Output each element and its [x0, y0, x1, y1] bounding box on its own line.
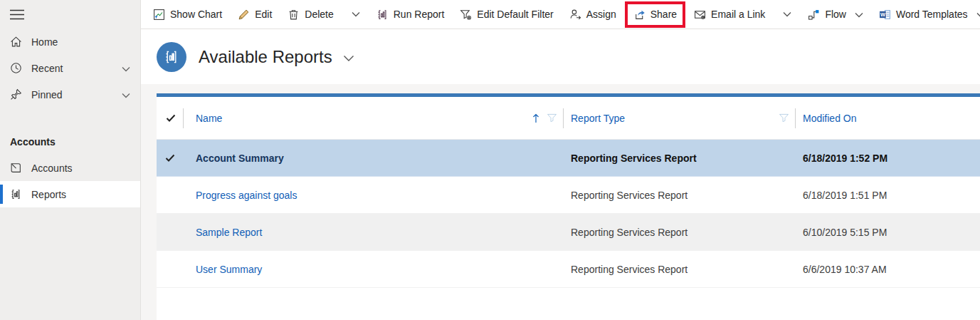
reports-view-icon	[157, 42, 186, 72]
modified-on-cell: 6/18/2019 1:51 PM	[796, 177, 980, 213]
report-name-link[interactable]: Account Summary	[196, 153, 284, 164]
chevron-down-icon[interactable]	[122, 89, 130, 100]
edit-button[interactable]: Edit	[230, 0, 280, 29]
modified-on-cell: 6/10/2019 5:15 PM	[796, 214, 980, 250]
table-row[interactable]: Progress against goals Reporting Service…	[157, 177, 980, 214]
sidebar-item-label: Pinned	[31, 89, 63, 100]
button-label: Run Report	[394, 9, 445, 20]
view-header: Available Reports	[141, 29, 980, 84]
button-label: Show Chart	[170, 9, 222, 20]
sidebar-item-label: Reports	[31, 189, 66, 200]
button-label: Delete	[305, 9, 333, 20]
sidebar-item-label: Accounts	[31, 162, 73, 174]
run-report-button[interactable]: Run Report	[369, 0, 453, 29]
report-name-link[interactable]: Progress against goals	[196, 190, 297, 201]
flow-button[interactable]: Flow	[800, 0, 871, 29]
main-content: Show Chart Edit Delete	[141, 0, 980, 320]
button-label: Edit Default Filter	[477, 9, 553, 20]
button-label: Edit	[255, 9, 272, 20]
svg-text:W: W	[880, 11, 885, 18]
report-type-cell: Reporting Services Report	[564, 214, 796, 250]
table-row[interactable]: Account Summary Reporting Services Repor…	[157, 140, 980, 177]
email-split-chevron-icon[interactable]	[774, 0, 800, 29]
trash-icon	[288, 9, 300, 21]
column-header-modified-on[interactable]: Modified On	[796, 97, 980, 139]
button-label: Share	[650, 9, 677, 20]
view-selector-title[interactable]: Available Reports	[199, 47, 332, 67]
sidebar-group-items: Accounts Reports	[0, 155, 140, 207]
assign-person-icon	[569, 9, 581, 21]
sidebar: Home Recent Pinned Acco	[0, 0, 141, 320]
email-a-link-button[interactable]: Email a Link	[686, 0, 773, 29]
column-header-name[interactable]: Name	[184, 97, 564, 139]
app-window: Home Recent Pinned Acco	[0, 0, 980, 320]
delete-split-chevron-icon[interactable]	[343, 0, 369, 29]
row-checkbox[interactable]	[157, 140, 184, 176]
reports-grid: Name Report Type Modified On	[157, 93, 980, 320]
sidebar-item-accounts[interactable]: Accounts	[0, 155, 140, 181]
pin-icon	[10, 88, 22, 100]
share-icon	[633, 9, 646, 21]
row-checkbox[interactable]	[157, 177, 184, 213]
run-report-icon	[376, 9, 389, 21]
row-checkbox[interactable]	[157, 214, 184, 250]
show-chart-icon	[153, 9, 165, 21]
hamburger-menu-icon[interactable]	[0, 0, 140, 29]
grid-container: Name Report Type Modified On	[141, 84, 980, 320]
report-type-cell: Reporting Services Report	[564, 251, 796, 287]
button-label: Assign	[586, 9, 616, 20]
report-type-cell: Reporting Services Report	[564, 177, 796, 213]
sidebar-item-reports[interactable]: Reports	[0, 181, 140, 207]
checkmark-icon	[165, 154, 175, 162]
table-row[interactable]: Sample Report Reporting Services Report …	[157, 214, 980, 251]
filter-icon[interactable]	[779, 113, 789, 123]
view-selector-chevron-icon[interactable]	[343, 49, 354, 65]
flow-icon	[808, 9, 820, 21]
checkmark-icon	[166, 114, 176, 123]
filter-icon[interactable]	[547, 113, 557, 123]
edit-default-filter-button[interactable]: Edit Default Filter	[452, 0, 561, 29]
word-templates-button[interactable]: W Word Templates	[871, 0, 980, 29]
email-icon	[694, 9, 706, 21]
accounts-icon	[10, 162, 22, 174]
sidebar-item-pinned[interactable]: Pinned	[0, 81, 140, 108]
row-checkbox[interactable]	[157, 251, 184, 287]
table-row[interactable]: User Summary Reporting Services Report 6…	[157, 251, 980, 288]
sidebar-item-recent[interactable]: Recent	[0, 55, 140, 81]
sidebar-item-label: Recent	[31, 63, 63, 74]
chevron-down-icon[interactable]	[122, 63, 130, 74]
sort-ascending-icon[interactable]	[532, 113, 540, 123]
share-highlight-box: Share	[625, 1, 685, 28]
filter-gear-icon	[460, 9, 472, 21]
grid-header-row: Name Report Type Modified On	[157, 97, 980, 140]
sidebar-item-label: Home	[31, 36, 58, 48]
command-bar: Show Chart Edit Delete	[141, 0, 980, 29]
home-icon	[10, 36, 22, 48]
button-label: Word Templates	[896, 9, 968, 20]
column-header-report-type[interactable]: Report Type	[564, 97, 796, 139]
chevron-down-icon	[855, 9, 863, 20]
show-chart-button[interactable]: Show Chart	[145, 0, 230, 29]
sidebar-group-accounts: Accounts	[0, 133, 140, 150]
assign-button[interactable]: Assign	[562, 0, 624, 29]
chevron-down-icon	[976, 9, 980, 20]
grid-empty-space	[157, 288, 980, 320]
report-name-link[interactable]: Sample Report	[196, 227, 262, 238]
report-name-link[interactable]: User Summary	[196, 264, 262, 275]
sidebar-item-home[interactable]: Home	[0, 29, 140, 55]
word-icon: W	[879, 9, 891, 21]
share-button[interactable]: Share	[628, 4, 683, 25]
delete-button[interactable]: Delete	[280, 0, 341, 29]
button-label: Flow	[825, 9, 846, 20]
modified-on-cell: 6/6/2019 10:37 AM	[796, 251, 980, 287]
clock-icon	[10, 62, 22, 74]
modified-on-cell: 6/18/2019 1:52 PM	[796, 140, 980, 176]
button-label: Email a Link	[711, 9, 765, 20]
select-all-checkbox[interactable]	[157, 97, 184, 139]
sidebar-nav: Home Recent Pinned	[0, 29, 140, 108]
report-type-cell: Reporting Services Report	[564, 140, 796, 176]
reports-icon	[10, 188, 22, 200]
edit-pencil-icon	[238, 9, 250, 21]
